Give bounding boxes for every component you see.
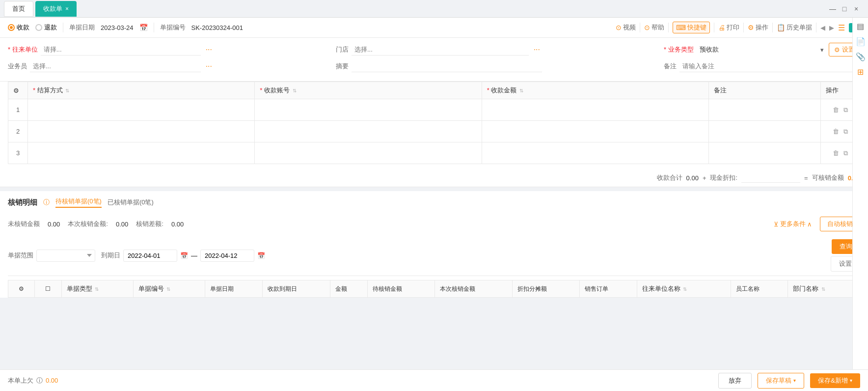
date-label: 单据日期 bbox=[69, 23, 95, 32]
maximize-button[interactable]: □ bbox=[841, 5, 848, 13]
sort-amount-icon[interactable]: ⇅ bbox=[519, 88, 523, 93]
row-3-account[interactable] bbox=[255, 142, 482, 164]
tab-home[interactable]: 首页 bbox=[4, 1, 33, 17]
calendar-from-icon[interactable]: 📅 bbox=[180, 252, 188, 259]
store-label: 门店 bbox=[336, 45, 349, 54]
bottom-hint-icon: ⓘ bbox=[36, 376, 43, 385]
calendar-icon[interactable]: 📅 bbox=[139, 24, 148, 31]
row-1-settlement[interactable] bbox=[28, 99, 255, 121]
table-row: 3 🗑 ⧉ bbox=[8, 142, 860, 164]
business-type-dropdown-icon[interactable]: ▾ bbox=[818, 46, 826, 54]
summary-input[interactable] bbox=[352, 60, 542, 72]
row-2-account[interactable] bbox=[255, 121, 482, 142]
range-select[interactable] bbox=[36, 250, 95, 262]
nav-next[interactable]: ▶ bbox=[829, 24, 834, 31]
staff-more-icon[interactable]: ··· bbox=[204, 62, 214, 71]
divider6 bbox=[743, 23, 744, 32]
row-3-settlement[interactable] bbox=[28, 142, 255, 164]
th-settlement: * 结算方式 ⇅ bbox=[28, 82, 255, 99]
current-label: 本次核销金额: bbox=[68, 220, 108, 228]
video-icon: ⊙ bbox=[616, 24, 622, 31]
counterpart-field: * 往来单位 ··· bbox=[8, 44, 214, 56]
th-settings[interactable]: ⚙ bbox=[8, 82, 28, 99]
row-3-amount[interactable] bbox=[482, 142, 708, 164]
side-active-icon[interactable]: ⊞ bbox=[857, 67, 864, 77]
history-action[interactable]: 📋 历史单据 bbox=[777, 23, 812, 32]
side-clip-icon[interactable]: 📎 bbox=[856, 52, 866, 61]
operation-action[interactable]: ⚙ 操作 bbox=[748, 23, 768, 32]
number-value[interactable]: SK-20230324-001 bbox=[191, 24, 244, 31]
store-more-icon[interactable]: ··· bbox=[532, 45, 542, 54]
save-draft-button[interactable]: 保存草稿 ▾ bbox=[758, 373, 804, 389]
sort-number-icon[interactable]: ⇅ bbox=[166, 286, 170, 292]
list-view-icon[interactable]: ☰ bbox=[838, 23, 845, 32]
shortcut-action[interactable]: ⌨ 快捷键 bbox=[673, 22, 710, 33]
verify-tab-pending[interactable]: 待核销单据(0笔) bbox=[55, 197, 102, 208]
save-draft-caret[interactable]: ▾ bbox=[793, 378, 796, 383]
row-2-copy-icon[interactable]: ⧉ bbox=[843, 128, 848, 135]
sort-type-icon[interactable]: ⇅ bbox=[95, 286, 99, 292]
radio-refund-dot bbox=[35, 24, 42, 31]
verify-tab-done[interactable]: 已核销单据(0笔) bbox=[108, 198, 154, 207]
staff-input[interactable] bbox=[30, 60, 201, 72]
row-1-delete-icon[interactable]: 🗑 bbox=[833, 106, 839, 113]
vth-current: 本次核销金额 bbox=[435, 280, 513, 298]
row-1-remark[interactable] bbox=[708, 99, 820, 121]
save-new-caret[interactable]: ▾ bbox=[850, 378, 852, 383]
minimize-button[interactable]: — bbox=[829, 5, 837, 13]
save-new-button[interactable]: 保存&新增 ▾ bbox=[810, 373, 860, 388]
business-type-value[interactable]: 预收款 bbox=[697, 43, 815, 56]
abandon-button[interactable]: 放弃 bbox=[718, 373, 752, 389]
date-from-input[interactable] bbox=[123, 250, 177, 262]
vth-discount: 折扣分摊额 bbox=[512, 280, 579, 298]
calendar-to-icon[interactable]: 📅 bbox=[257, 252, 265, 259]
help-action[interactable]: ⊙ 帮助 bbox=[644, 23, 664, 32]
summary-field: 摘要 bbox=[336, 60, 542, 72]
table-settings-icon[interactable]: ⚙ bbox=[13, 87, 19, 94]
sort-account-icon[interactable]: ⇅ bbox=[293, 88, 297, 93]
row-1-account[interactable] bbox=[255, 99, 482, 121]
staff-field: 业务员 ··· bbox=[8, 60, 214, 72]
current-value: 0.00 bbox=[116, 221, 128, 228]
close-button[interactable]: × bbox=[852, 5, 860, 13]
verify-info-icon[interactable]: ⓘ bbox=[43, 198, 50, 207]
tab-active[interactable]: 收款单 × bbox=[35, 1, 77, 17]
right-panel: ▤ 📄 📎 ⊞ bbox=[852, 18, 868, 369]
sum-value: 0.00 bbox=[686, 174, 699, 182]
vth-settings[interactable]: ⚙ bbox=[8, 280, 35, 298]
row-2-remark[interactable] bbox=[708, 121, 820, 142]
nav-prev[interactable]: ◀ bbox=[820, 24, 825, 31]
counterpart-more-icon[interactable]: ··· bbox=[204, 45, 214, 54]
print-action[interactable]: 🖨 打印 bbox=[718, 23, 739, 32]
counterpart-input[interactable] bbox=[41, 44, 201, 56]
date-to-input[interactable] bbox=[200, 250, 254, 262]
remark-input[interactable] bbox=[679, 60, 860, 72]
radio-receipt[interactable]: 收款 bbox=[8, 23, 29, 32]
video-action[interactable]: ⊙ 视频 bbox=[616, 23, 636, 32]
date-value[interactable]: 2023-03-24 bbox=[101, 24, 134, 31]
window-controls: — □ × bbox=[829, 5, 864, 13]
vth-checkbox[interactable]: ☐ bbox=[35, 280, 61, 298]
sort-settlement-icon[interactable]: ⇅ bbox=[65, 88, 69, 93]
row-3-remark[interactable] bbox=[708, 142, 820, 164]
store-input[interactable] bbox=[352, 44, 529, 56]
row-3-copy-icon[interactable]: ⧉ bbox=[843, 149, 848, 157]
sort-dept-icon[interactable]: ⇅ bbox=[821, 286, 825, 292]
tab-close-icon[interactable]: × bbox=[65, 5, 69, 12]
discount-input[interactable] bbox=[741, 173, 800, 183]
side-doc-icon[interactable]: 📄 bbox=[856, 37, 866, 46]
sum-row: 收款合计 0.00 + 现金折扣: = 可核销金额 0.00 bbox=[0, 169, 868, 187]
side-table-icon[interactable]: ▤ bbox=[857, 22, 864, 31]
verify-stats: 未核销金额 0.00 本次核销金额: 0.00 核销差额: 0.00 ⊻ 更多条… bbox=[8, 213, 860, 235]
row-2-delete-icon[interactable]: 🗑 bbox=[833, 128, 839, 135]
operation-label: 操作 bbox=[756, 23, 768, 32]
row-3-delete-icon[interactable]: 🗑 bbox=[833, 149, 839, 157]
row-2-settlement[interactable] bbox=[28, 121, 255, 142]
sort-counterpart-icon[interactable]: ⇅ bbox=[683, 286, 687, 292]
row-2-amount[interactable] bbox=[482, 121, 708, 142]
more-conditions-btn[interactable]: ⊻ 更多条件 ∧ bbox=[774, 220, 812, 228]
tab-active-label: 收款单 bbox=[43, 4, 62, 13]
radio-refund[interactable]: 退款 bbox=[35, 23, 57, 32]
row-1-copy-icon[interactable]: ⧉ bbox=[843, 106, 848, 113]
row-1-amount[interactable] bbox=[482, 99, 708, 121]
